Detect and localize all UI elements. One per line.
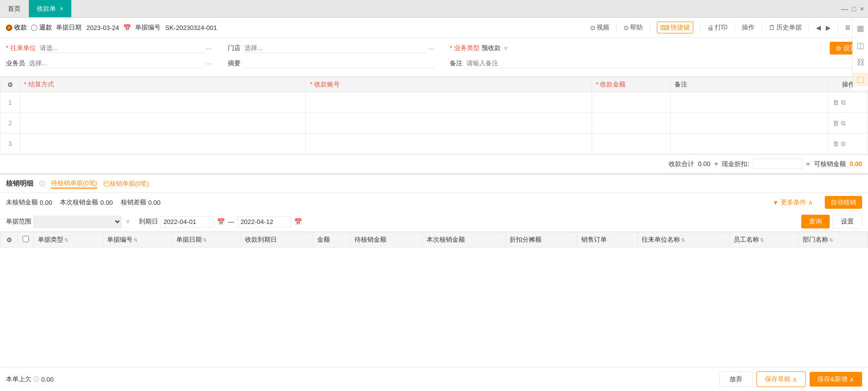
bt-doc-no-sort[interactable]: ⇅ [134, 237, 137, 243]
receipt-radio[interactable] [6, 25, 12, 31]
video-button[interactable]: ⊙ 视频 [590, 23, 609, 32]
right-panel: ▦ ◫ ⛓ ⬚ [852, 18, 868, 90]
this-doc-info-icon: ⓘ [33, 375, 39, 384]
tab-close-icon[interactable]: × [60, 5, 63, 12]
help-label: 帮助 [630, 23, 643, 32]
help-button[interactable]: ⊙ 帮助 [624, 23, 643, 32]
pending-tab[interactable]: 待核销单据(0笔) [51, 179, 97, 189]
panel-doc-icon[interactable]: ◫ [855, 39, 866, 52]
equals-sign: = [806, 160, 810, 168]
bt-pending-label: 待核销金额 [354, 236, 386, 243]
store-more-icon[interactable]: ··· [428, 44, 434, 52]
date-to-calendar-icon[interactable]: 📅 [294, 218, 302, 225]
maximize-icon[interactable]: □ [852, 5, 856, 13]
print-button[interactable]: 🖨 打印 [707, 23, 728, 32]
bt-staff-sort[interactable]: ⇅ [760, 237, 764, 243]
note-input[interactable] [464, 58, 862, 68]
bt-select-all-checkbox[interactable] [23, 236, 29, 242]
account-cell-2[interactable] [306, 113, 592, 134]
prev-icon[interactable]: ◀ [816, 24, 821, 31]
refund-radio[interactable] [31, 25, 37, 31]
toolbar-right: ⊙ 视频 ⊙ 帮助 ⌨ 快捷键 🖨 打印 操作 [590, 22, 862, 33]
amount-cell-3[interactable] [592, 134, 670, 154]
toolbar: 收款 退款 单据日期 2023-03-24 📅 单据编号 SK-20230324… [0, 18, 868, 38]
bt-receipt-due-label: 收款到期日 [245, 236, 277, 243]
doc-range-select[interactable] [33, 216, 122, 228]
bottom-table: ⚙ 单据类型 ⇅ 单据编号 [0, 232, 868, 248]
panel-table-icon[interactable]: ▦ [855, 22, 866, 35]
more-filter-button[interactable]: ▼ 更多条件 ∧ [772, 198, 813, 207]
delete-icon-3[interactable]: 🗑 [833, 140, 839, 147]
gear-col-header[interactable]: ⚙ [0, 77, 20, 92]
writeoff-title: 核销明细 [6, 179, 33, 188]
shortcut-button[interactable]: ⌨ 快捷键 [657, 22, 693, 33]
date-to-input[interactable] [237, 216, 291, 227]
amount-cell-1[interactable] [592, 92, 670, 113]
doc-no-label: 单据编号 [135, 23, 161, 32]
account-cell-3[interactable] [306, 134, 592, 154]
settlement-cell-2[interactable] [20, 113, 306, 134]
staff-more-icon[interactable]: ··· [206, 59, 212, 67]
delete-icon-2[interactable]: 🗑 [833, 119, 839, 127]
bt-doc-type-sort[interactable]: ⇅ [64, 237, 68, 243]
bt-doc-date-col: 单据日期 ⇅ [172, 232, 241, 248]
delete-icon-1[interactable]: 🗑 [833, 99, 839, 106]
bt-store-sort[interactable]: ⇅ [829, 237, 833, 243]
abandon-button[interactable]: 放弃 [719, 371, 753, 387]
bt-checkbox-col[interactable] [18, 232, 34, 248]
save-new-button[interactable]: 保存&新增 ∧ [810, 372, 862, 387]
account-col-header: * 收款账号 [306, 77, 592, 92]
date-from-calendar-icon[interactable]: 📅 [217, 218, 225, 225]
bt-doc-date-sort[interactable]: ⇅ [203, 237, 207, 243]
note-field: 备注 [450, 58, 862, 68]
minimize-icon[interactable]: — [841, 5, 848, 13]
copy-icon-2[interactable]: ⧉ [841, 119, 845, 127]
receipt-radio-label[interactable]: 收款 [6, 23, 27, 32]
counterparty-input[interactable] [38, 43, 205, 53]
copy-icon-1[interactable]: ⧉ [841, 99, 845, 107]
layout-icon[interactable]: ≡ [845, 23, 850, 33]
bt-counterparty-sort[interactable]: ⇅ [681, 237, 685, 243]
date-from-input[interactable] [160, 216, 214, 227]
discount-input[interactable] [753, 159, 802, 169]
account-cell-1[interactable] [306, 92, 592, 113]
amount-cell-2[interactable] [592, 113, 670, 134]
auto-writeoff-button[interactable]: 自动核销 [825, 196, 862, 209]
action-cell-2: 🗑 ⧉ [829, 113, 868, 134]
row-num-1: 1 [0, 92, 20, 113]
doc-range-dropdown-icon[interactable]: ▼ [125, 218, 131, 225]
operate-button[interactable]: 操作 [742, 23, 755, 32]
save-draft-button[interactable]: 保存草稿 ∧ [757, 371, 806, 387]
note-cell-3[interactable] [670, 134, 828, 154]
counterparty-more-icon[interactable]: ··· [206, 44, 212, 52]
bt-discount-label: 折扣分摊额 [510, 236, 542, 243]
copy-icon-3[interactable]: ⧉ [841, 140, 845, 148]
tab-home[interactable]: 首页 [0, 0, 29, 17]
bt-counterparty-label: 往来单位名称 [642, 235, 680, 244]
refund-radio-label[interactable]: 退款 [31, 23, 52, 32]
tab-receipt[interactable]: 收款单 × [29, 0, 72, 17]
store-input[interactable] [243, 43, 426, 53]
query-button[interactable]: 查询 [801, 215, 830, 228]
history-button[interactable]: 🗒 历史单据 [769, 23, 802, 32]
bottom-table-area: ⚙ 单据类型 ⇅ 单据编号 [0, 232, 868, 367]
calendar-icon[interactable]: 📅 [123, 24, 131, 31]
next-icon[interactable]: ▶ [826, 24, 831, 31]
business-type-dropdown-icon[interactable]: ▼ [503, 45, 509, 52]
search-settings-button[interactable]: 设置 [833, 215, 862, 228]
bt-staff-col: 员工名称 ⇅ [730, 232, 799, 248]
staff-input[interactable] [27, 58, 204, 68]
panel-link-icon[interactable]: ⛓ [855, 56, 867, 69]
settlement-cell-1[interactable] [20, 92, 306, 113]
note-cell-2[interactable] [670, 113, 828, 134]
summary-input[interactable] [243, 58, 434, 68]
note-cell-1[interactable] [670, 92, 828, 113]
row-actions-2: 🗑 ⧉ [833, 119, 864, 127]
bt-gear-col[interactable]: ⚙ [0, 232, 18, 248]
divider5 [761, 23, 762, 32]
done-tab[interactable]: 已核销单据(0笔) [103, 179, 149, 188]
bt-sales-order-label: 销售订单 [581, 236, 607, 243]
window-close-icon[interactable]: × [860, 5, 864, 13]
panel-expand-icon[interactable]: ⬚ [853, 73, 868, 86]
settlement-cell-3[interactable] [20, 134, 306, 154]
